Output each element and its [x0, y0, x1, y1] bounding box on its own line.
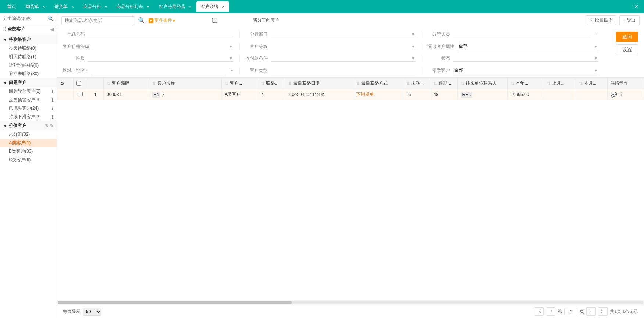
row-checkbox[interactable] [78, 92, 83, 96]
sidebar-section-problem-customers[interactable]: ▼ 问题客户 [0, 78, 57, 87]
region-input[interactable] [92, 67, 225, 74]
sidebar-search-input[interactable] [3, 16, 46, 21]
col-this-month-label: 本月... [584, 80, 597, 86]
search-button[interactable]: 🔍 [138, 17, 145, 24]
col-contact-action-header[interactable]: 联络动作 [608, 78, 644, 89]
sidebar-item-lost-expected[interactable]: 流失预警客户(3) ℹ [0, 96, 57, 104]
col-overdue-header[interactable]: ⇅ 逾期... [430, 78, 458, 89]
col-last-month-header[interactable]: ⇅ 上月... [544, 78, 576, 89]
sort-icon-date: ⇅ [288, 81, 292, 86]
sidebar-item-today[interactable]: 今天待联络(0) [0, 44, 57, 53]
cell-overdue: 48 [430, 89, 458, 100]
person-input[interactable] [453, 31, 590, 38]
settings-icon[interactable]: ⚙ [60, 81, 64, 86]
sidebar-item-a-class[interactable]: A类客户(1) [0, 139, 57, 147]
region-dots-icon[interactable]: ··· [230, 68, 233, 73]
sidebar-section-pending-contact[interactable]: ▼ 待联络客户 [0, 35, 57, 44]
sidebar-item-lost[interactable]: 已流失客户(24) ℹ [0, 104, 57, 113]
tab-sales[interactable]: 销货单 × [21, 1, 49, 12]
col-customer-code-header[interactable]: ⇅ 客户编码 [103, 78, 149, 89]
value-edit-icon[interactable]: ✎ [50, 123, 54, 128]
cust-type-input[interactable] [271, 67, 416, 74]
next-page-button[interactable]: 〉 [586, 307, 596, 316]
col-checkbox-header[interactable] [74, 78, 87, 89]
tab-home[interactable]: 首页 [3, 1, 21, 12]
col-customer-type-header[interactable]: ⇅ 客户... [222, 78, 258, 89]
search-input[interactable] [61, 16, 135, 25]
value-refresh-icon[interactable]: ↻ [45, 123, 49, 128]
contact-action-chat-icon[interactable]: 💬 [611, 92, 617, 98]
col-settings-header[interactable]: ⚙ [57, 78, 74, 89]
tab-purchase-close[interactable]: × [71, 4, 74, 9]
payment-select[interactable]: ▾ [271, 55, 416, 62]
dept-arrow-icon: ▾ [412, 32, 414, 37]
sidebar-collapse-icon[interactable]: ◀ [50, 27, 54, 32]
window-close-button[interactable]: × [631, 3, 641, 11]
adv-filter-row-3: 性质 ▾ 收付款条件 ▾ [63, 55, 610, 62]
nature-select[interactable]: ▾ [88, 55, 233, 62]
tab-sales-close[interactable]: × [43, 4, 45, 9]
price-level-select[interactable]: ▾ [92, 43, 233, 50]
col-this-year-header[interactable]: ⇅ 本年... [508, 78, 544, 89]
last-page-button[interactable]: 》 [598, 307, 608, 316]
cell-checkbox[interactable] [74, 89, 87, 100]
sidebar-search-icon[interactable]: 🔍 [47, 15, 54, 21]
sidebar-item-continuous-decline[interactable]: 持续下滑客户(2) ℹ [0, 113, 57, 121]
sort-icon-last-month: ⇅ [547, 81, 551, 86]
cell-last-contact-method[interactable]: 下销货单 [353, 89, 403, 100]
prev-page-button[interactable]: 〈 [546, 307, 555, 316]
sidebar-item-near7[interactable]: 近7天待联络(0) [0, 61, 57, 70]
info-icon-repurchase: ℹ [52, 89, 54, 94]
tab-customer-contact[interactable]: 客户联络 × [196, 1, 229, 12]
my-customers-label: 我分管的客户 [253, 17, 279, 24]
dept-select[interactable]: ▾ [271, 31, 416, 38]
phone-input[interactable] [88, 31, 233, 38]
sidebar-item-overdue[interactable]: 逾期未联络(30) [0, 70, 57, 78]
page-size-select[interactable]: 50 10 20 100 [83, 308, 101, 316]
retail-cust-label: 零散客户 [428, 67, 450, 74]
sidebar-section-value-customers[interactable]: ▼ 价值客户 ↻ ✎ [0, 121, 57, 130]
batch-op-button[interactable]: ☑ 批量操作 [586, 15, 616, 25]
my-customers-checkbox[interactable] [178, 18, 251, 23]
sidebar-item-c-class[interactable]: C类客户(6) [0, 156, 57, 164]
settings-button[interactable]: 设置 [616, 44, 638, 55]
tab-customer-segment[interactable]: 客户分层经营 × [154, 1, 196, 12]
status-select[interactable]: ▾ [453, 55, 598, 62]
tab-goods-analysis[interactable]: 商品分析 × [79, 1, 111, 12]
horizontal-scrollbar[interactable] [57, 300, 644, 305]
export-button[interactable]: ↑ 导出 [619, 15, 640, 25]
more-filter-button[interactable]: 🔽 更多条件 ▾ [148, 17, 175, 24]
first-page-button[interactable]: 《 [534, 307, 544, 316]
tab-goods-analysis-close[interactable]: × [105, 4, 107, 9]
tab-goods-analysis-list-close[interactable]: × [147, 4, 149, 9]
sidebar-item-repurchase-abnormal[interactable]: 回购异常客户(2) ℹ [0, 87, 57, 96]
tab-goods-analysis-list[interactable]: 商品分析列表 × [112, 1, 153, 12]
col-last-contact-date-header[interactable]: ⇅ 最后联络日期 [285, 78, 353, 89]
retail-attr-select[interactable]: 全部 ▾ [457, 42, 598, 50]
cust-level-select[interactable]: ▾ [271, 43, 416, 50]
sidebar-item-b-class[interactable]: B类客户(33) [0, 147, 57, 156]
tab-customer-segment-close[interactable]: × [189, 4, 191, 9]
person-label: 分管人员 [428, 31, 450, 38]
col-customer-name-header[interactable]: ⇅ 客户名称 [149, 78, 222, 89]
tab-customer-contact-close[interactable]: × [222, 4, 224, 9]
col-contact-header[interactable]: ⇅ 联络... [258, 78, 285, 89]
person-dots-icon[interactable]: ··· [595, 32, 598, 37]
retail-cust-select[interactable]: 全部 ▾ [453, 66, 598, 74]
col-no-contact-header[interactable]: ⇅ 未联... [403, 78, 430, 89]
select-all-checkbox[interactable] [76, 81, 81, 86]
contact-action-more-icon[interactable]: ⠿ [619, 92, 623, 98]
sidebar-all-customers[interactable]: ⠿ 全部客户 ◀ [0, 24, 57, 35]
query-button[interactable]: 查询 [616, 32, 638, 42]
col-this-month-header[interactable]: ⇅ 本月... [576, 78, 607, 89]
sidebar-item-tomorrow[interactable]: 明天待联络(1) [0, 53, 57, 61]
scrollbar-thumb[interactable] [58, 301, 292, 304]
tab-purchase[interactable]: 进货单 × [50, 1, 78, 12]
sidebar-item-unclassified[interactable]: 未分组(32) [0, 130, 57, 139]
current-page-input[interactable] [564, 308, 577, 315]
cell-last-month [544, 89, 576, 100]
col-contacts-header[interactable]: ⇅ 往来单位联系人 [458, 78, 508, 89]
col-last-contact-method-header[interactable]: ⇅ 最后联络方式 [353, 78, 403, 89]
last-contact-method-link[interactable]: 下销货单 [356, 92, 374, 97]
filter-price-level: 客户价格等级 ▾ [63, 43, 240, 50]
